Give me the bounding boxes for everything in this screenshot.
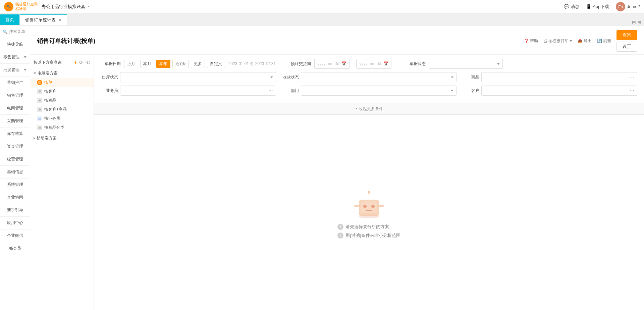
- desktop-group-header[interactable]: 电脑端方案: [30, 69, 94, 78]
- date-btn-more[interactable]: 更多: [191, 60, 205, 68]
- content-body: 按以下方案查询 + ⟳ ≪ 电脑端方案 按 按单: [30, 55, 644, 310]
- empty-tips: 1 请先选择要分析的方案 2 用[过滤]条件来缩小分析范围: [337, 224, 400, 239]
- empty-tip-2: 2 用[过滤]条件来缩小分析范围: [337, 232, 400, 239]
- salesperson-more-icon[interactable]: ···: [268, 88, 273, 94]
- refresh-action[interactable]: 🔄 刷新: [597, 38, 611, 44]
- help-icon: ❓: [524, 39, 529, 43]
- sidebar-item-finance[interactable]: 资金管理: [0, 140, 30, 153]
- user-tool[interactable]: Ea demo2: [616, 2, 640, 11]
- department-cell: 部门: [281, 86, 457, 96]
- tab-controls: ⊟ ⊞: [629, 20, 644, 25]
- export-action[interactable]: 📤 导出: [578, 38, 592, 44]
- date-btn-this-year[interactable]: 本年: [156, 60, 170, 68]
- delivery-select[interactable]: [120, 72, 276, 82]
- refresh-scheme-icon[interactable]: ⟳: [79, 60, 83, 65]
- svg-point-7: [368, 191, 370, 194]
- sidebar-item-vip[interactable]: 畅会员: [0, 242, 30, 255]
- salesperson-input[interactable]: ···: [120, 86, 276, 96]
- sidebar-item-ecommerce[interactable]: 电商管理: [0, 102, 30, 115]
- scheme-by-product-category[interactable]: ⊞ 按商品分类: [30, 123, 94, 132]
- calendar-end-icon: 📅: [383, 61, 388, 66]
- avatar: Ea: [616, 2, 625, 11]
- left-panel: 按以下方案查询 + ⟳ ≪ 电脑端方案 按 按单: [30, 55, 94, 310]
- sidebar-item-operation[interactable]: 经营管理: [0, 153, 30, 166]
- delivery-chevron-icon: [270, 76, 273, 78]
- sidebar-item-sales-mgmt[interactable]: 销售管理: [0, 89, 30, 102]
- collapse-arrow-icon: ∧: [355, 107, 358, 111]
- sidebar-item-enterprise[interactable]: 企业协同: [0, 191, 30, 204]
- content-area: 销售订单统计表(按单) ❓ 帮助 🖨 按模板打印 📤 导出: [30, 25, 644, 310]
- left-panel-header: 按以下方案查询 + ⟳ ≪: [30, 57, 94, 67]
- scheme-by-order[interactable]: 按 按单: [30, 78, 94, 87]
- sidebar-item-nav[interactable]: 快捷导航: [0, 38, 30, 51]
- customer-label: 客户: [462, 88, 479, 94]
- filter-row-2: 出库状态 收款状态: [101, 72, 637, 82]
- scheme-grid-icon: ⊞: [37, 89, 42, 94]
- date-button-group: 上月 本月 本年 近7天 更多 自定义 2023-01-01 至 2023-12…: [124, 60, 276, 68]
- department-label: 部门: [281, 88, 299, 94]
- svg-rect-2: [361, 201, 377, 213]
- add-scheme-icon[interactable]: +: [74, 59, 77, 65]
- logo-text: 畅捷通好生意 标准版: [15, 2, 38, 11]
- filter-row-3: 业务员 ··· 部门: [101, 86, 637, 96]
- download-icon: 📱: [586, 4, 591, 9]
- title-actions: ❓ 帮助 🖨 按模板打印 📤 导出 🔄 刷新: [524, 38, 611, 44]
- sidebar-item-system[interactable]: 系统管理: [0, 178, 30, 191]
- mobile-group-header[interactable]: 移动端方案: [30, 134, 94, 143]
- logo-area: 🐾 畅捷通好生意 标准版: [4, 2, 38, 11]
- date-btn-last-month[interactable]: 上月: [124, 60, 138, 68]
- receipt-chevron-icon: [451, 76, 453, 78]
- page-title: 销售订单统计表(按单): [37, 37, 95, 45]
- customer-more-icon[interactable]: ···: [630, 88, 634, 94]
- sidebar-item-wholesale[interactable]: 批发管理: [0, 64, 30, 76]
- date-btn-custom[interactable]: 自定义: [207, 60, 225, 68]
- department-select[interactable]: [301, 86, 457, 96]
- right-panel: 单据日期 上月 本月 本年 近7天 更多 自定义 2023-01-01 至 20…: [94, 55, 644, 310]
- sidebar-item-newbie[interactable]: 新手引导: [0, 204, 30, 217]
- date-label: 单据日期: [101, 61, 121, 67]
- delivery-cell: 出库状态: [101, 72, 276, 82]
- settings-button[interactable]: 设置: [616, 42, 637, 52]
- scheme-by-salesperson[interactable]: ▬ 按业务员: [30, 114, 94, 123]
- scheme-grid-icon: ⊞: [37, 125, 42, 130]
- tip-number-1: 1: [337, 224, 343, 230]
- query-button[interactable]: 查询: [616, 30, 637, 40]
- status-select[interactable]: [429, 59, 503, 69]
- app-download-tool[interactable]: 📱 App下载: [586, 4, 609, 10]
- tab-home[interactable]: 首页: [0, 14, 20, 25]
- scheme-by-product[interactable]: ⊞ 按商品: [30, 96, 94, 105]
- tab-minimize-icon[interactable]: ⊟: [632, 20, 636, 25]
- sidebar-item-enterprise-wechat[interactable]: 企业微信: [0, 229, 30, 242]
- sidebar-item-marketing[interactable]: 营销推广: [0, 76, 30, 89]
- product-more-icon[interactable]: ···: [630, 74, 634, 80]
- sidebar-item-purchase[interactable]: 采购管理: [0, 115, 30, 127]
- collapse-panel-icon[interactable]: ≪: [85, 60, 90, 65]
- product-input[interactable]: ···: [481, 72, 637, 82]
- tab-expand-icon[interactable]: ⊞: [637, 20, 641, 25]
- tab-sales-order-stats[interactable]: 销售订单统计表 ✕: [20, 14, 67, 25]
- page-title-bar: 销售订单统计表(按单) ❓ 帮助 🖨 按模板打印 📤 导出: [30, 25, 644, 55]
- date-btn-7days[interactable]: 近7天: [172, 60, 189, 68]
- sidebar-item-retail[interactable]: 零售管理: [0, 51, 30, 64]
- sidebar-item-basic[interactable]: 基础信息: [0, 166, 30, 178]
- collapse-bar[interactable]: ∧ 收起更多条件: [94, 103, 644, 115]
- tab-close-icon[interactable]: ✕: [58, 18, 61, 22]
- scheme-by-customer-product[interactable]: ⊞ 按客户+商品: [30, 105, 94, 114]
- receipt-select[interactable]: [301, 72, 457, 82]
- scheme-by-customer[interactable]: ⊞ 按客户: [30, 87, 94, 96]
- filter-row-1: 单据日期 上月 本月 本年 近7天 更多 自定义 2023-01-01 至 20…: [101, 59, 637, 69]
- query-button-group: 查询 设置: [616, 30, 637, 52]
- scheme-grid-icon: ⊞: [37, 98, 42, 103]
- sidebar-item-inventory[interactable]: 库存核算: [0, 127, 30, 140]
- sidebar-item-app-center[interactable]: 应用中心: [0, 217, 30, 229]
- template-print-action[interactable]: 🖨 按模板打印: [543, 38, 572, 44]
- customer-input[interactable]: ···: [481, 86, 637, 96]
- receipt-label: 收款状态: [281, 74, 299, 80]
- app-selector[interactable]: 办公用品行业模拟账套: [42, 4, 90, 10]
- expected-date-start[interactable]: yyyy-mm-dd 📅: [314, 59, 350, 69]
- expected-date-end[interactable]: yyyy-mm-dd 📅: [356, 59, 391, 69]
- message-tool[interactable]: 💬 消息: [564, 4, 579, 10]
- help-action[interactable]: ❓ 帮助: [524, 38, 538, 44]
- sidebar-search[interactable]: 🔍 搜索菜单: [0, 25, 30, 38]
- date-btn-this-month[interactable]: 本月: [140, 60, 154, 68]
